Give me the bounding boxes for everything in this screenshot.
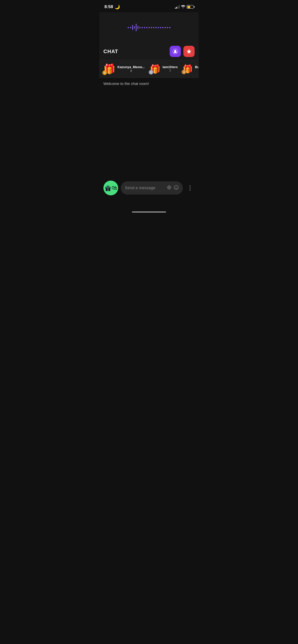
leader-gift-3: 🎁 3 — [183, 64, 193, 74]
leader-score-1: 9 — [117, 69, 145, 73]
message-placeholder[interactable]: Send a message — [125, 186, 165, 190]
bottom-bar: 🛍 Send a message — [99, 178, 199, 202]
gift-icon: 🛍 — [112, 185, 117, 191]
emoji-icon[interactable] — [174, 185, 179, 191]
waveform — [128, 24, 170, 31]
wifi-icon — [181, 5, 185, 9]
status-icons — [175, 5, 194, 9]
leader-gift-1: 🎁 1 — [103, 63, 115, 75]
chat-header: CHAT — [99, 43, 199, 60]
messages-container: Welcome to the chat room! — [99, 78, 199, 178]
battery-icon — [187, 5, 194, 9]
rank-badge-2: 2 — [149, 70, 153, 75]
leader-gift-2: 🎁 2 — [150, 64, 160, 74]
message-input[interactable]: Send a message — [121, 181, 183, 195]
leader-info-1: Kazunya_Meow... 9 — [117, 65, 145, 73]
chat-star-button[interactable] — [183, 46, 195, 57]
gift-box-icon — [104, 184, 112, 192]
leader-info-3: Bumbawaayachuna 5 — [195, 65, 199, 73]
gift-button[interactable]: 🛍 — [103, 181, 118, 195]
moon-icon: 🌙 — [115, 4, 120, 10]
leader-name-1: Kazunya_Meow... — [117, 65, 145, 69]
rank-badge-3: 3 — [182, 70, 186, 74]
svg-point-9 — [175, 187, 176, 187]
leader-score-3: 5 — [195, 69, 199, 73]
welcome-message: Welcome to the chat room! — [103, 81, 195, 86]
leader-rank-3: 🎁 3 Bumbawaayachuna 5 — [183, 64, 199, 74]
more-options-button[interactable] — [185, 183, 195, 193]
leader-name-3: Bumbawaayachuna — [195, 65, 199, 69]
three-dots-icon — [189, 185, 191, 191]
leaderboard: 🎁 1 Kazunya_Meow... 9 🎁 2 Iam1Hero 7 🎁 — [99, 60, 199, 78]
leader-info-2: Iam1Hero 7 — [162, 65, 178, 73]
signal-bars-icon — [175, 5, 180, 9]
audio-visualizer — [99, 12, 199, 43]
rank-badge-1: 1 — [102, 70, 107, 75]
time-display: 8:58 — [104, 4, 113, 9]
leader-score-2: 7 — [162, 69, 178, 73]
home-indicator — [132, 211, 166, 213]
status-time: 8:58 🌙 — [104, 4, 120, 10]
leader-name-2: Iam1Hero — [162, 65, 178, 69]
svg-point-8 — [174, 185, 178, 189]
chat-voice-button[interactable] — [170, 46, 181, 57]
leader-rank-2: 🎁 2 Iam1Hero 7 — [150, 64, 178, 74]
diamond-icon[interactable] — [167, 185, 172, 191]
svg-point-10 — [177, 187, 177, 187]
chat-header-actions — [170, 46, 195, 57]
status-bar: 8:58 🌙 — [99, 0, 199, 12]
leader-rank-1: 🎁 1 Kazunya_Meow... 9 — [103, 63, 145, 75]
chat-title: CHAT — [103, 49, 118, 54]
